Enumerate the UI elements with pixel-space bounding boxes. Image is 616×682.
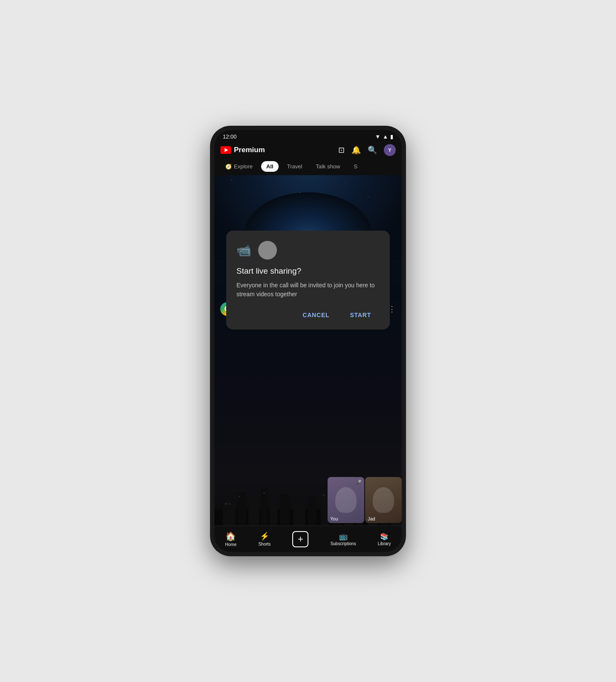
participant-you: 🎤 You: [328, 477, 364, 523]
app-header: Premium ⊡ 🔔 🔍 Y: [214, 142, 402, 159]
participant-jad-label: Jad: [368, 516, 375, 521]
participant-you-label: You: [330, 516, 338, 521]
tab-talkshow[interactable]: Talk show: [311, 161, 345, 172]
shorts-icon: ⚡: [260, 532, 269, 541]
subscriptions-icon: 📺: [339, 532, 348, 540]
tab-travel-label: Travel: [287, 163, 302, 170]
tab-explore[interactable]: 🧭 Explore: [220, 161, 258, 172]
dialog-icons: 📹: [236, 241, 380, 260]
mic-active-icon: 🎤: [355, 480, 362, 485]
bottom-navigation: 🏠 Home ⚡ Shorts + 📺 Subscriptions 📚 Libr…: [214, 526, 402, 552]
face-jad: [373, 487, 394, 513]
nav-home[interactable]: 🏠 Home: [225, 531, 237, 547]
category-tabs: 🧭 Explore All Travel Talk show S: [214, 159, 402, 175]
nav-shorts[interactable]: ⚡ Shorts: [258, 532, 271, 546]
content-area: G Google – Year Google • 237M v ⋮ 📹 Star…: [214, 175, 402, 552]
nav-library[interactable]: 📚 Library: [378, 532, 391, 546]
home-icon: 🏠: [225, 531, 236, 541]
explore-icon: 🧭: [225, 164, 232, 170]
app-title: Premium: [234, 146, 265, 154]
user-avatar[interactable]: Y: [384, 144, 396, 156]
status-bar: 12:00 ▼ ▲ ▮: [214, 130, 402, 142]
face-you: [335, 487, 357, 513]
nav-subscriptions[interactable]: 📺 Subscriptions: [331, 532, 356, 546]
live-sharing-dialog: 📹 Start live sharing? Everyone in the ca…: [226, 231, 390, 329]
dialog-body: Everyone in the call will be invited to …: [236, 281, 380, 299]
participant-jad: Jad: [365, 477, 402, 523]
tab-all[interactable]: All: [261, 161, 279, 172]
battery-icon: ▮: [390, 133, 393, 140]
dialog-actions: CANCEL START: [236, 307, 380, 323]
tab-talkshow-label: Talk show: [316, 163, 340, 170]
bell-icon[interactable]: 🔔: [351, 145, 361, 155]
library-icon: 📚: [380, 532, 389, 540]
subscriptions-label: Subscriptions: [331, 541, 356, 546]
tab-more[interactable]: S: [348, 161, 363, 172]
cancel-button[interactable]: CANCEL: [294, 307, 338, 323]
home-label: Home: [225, 542, 237, 547]
phone-device: 12:00 ▼ ▲ ▮ Premium ⊡ 🔔 🔍: [210, 126, 406, 556]
youtube-logo: [220, 146, 231, 154]
shorts-label: Shorts: [258, 542, 271, 546]
library-label: Library: [378, 541, 391, 546]
logo-area: Premium: [220, 146, 265, 154]
signal-icon: ▲: [383, 133, 388, 140]
status-time: 12:00: [223, 133, 237, 140]
video-camera-icon: 📹: [236, 243, 251, 257]
search-icon[interactable]: 🔍: [368, 145, 377, 155]
tab-more-label: S: [354, 163, 357, 170]
tab-travel[interactable]: Travel: [282, 161, 308, 172]
start-button[interactable]: START: [341, 307, 380, 323]
cast-icon[interactable]: ⊡: [338, 145, 345, 155]
tab-explore-label: Explore: [234, 163, 253, 170]
create-icon: +: [292, 531, 308, 547]
dialog-title: Start live sharing?: [236, 266, 380, 276]
status-icons: ▼ ▲ ▮: [375, 133, 393, 140]
wifi-icon: ▼: [375, 133, 380, 140]
caller-avatar: [258, 241, 277, 260]
nav-create[interactable]: +: [292, 531, 308, 547]
phone-screen: 12:00 ▼ ▲ ▮ Premium ⊡ 🔔 🔍: [214, 130, 402, 552]
tab-all-label: All: [266, 163, 273, 170]
header-icons: ⊡ 🔔 🔍 Y: [338, 144, 396, 156]
call-participants: 🎤 You Jad: [328, 477, 402, 523]
